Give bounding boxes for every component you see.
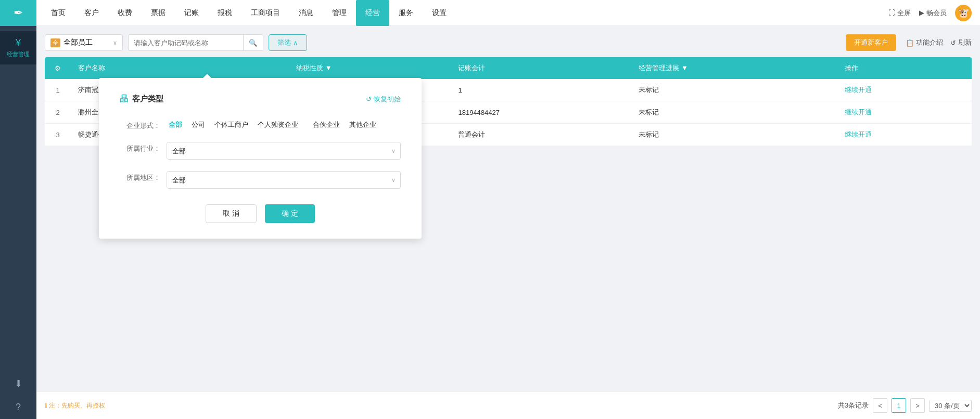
dropdown-arrow-icon: ∨ xyxy=(113,40,117,46)
th-settings[interactable]: ⚙ xyxy=(45,57,71,79)
refresh-icon: ↺ xyxy=(950,39,956,47)
nav-right: ⛶ 全屏 ▶ 畅会员 🐮 xyxy=(888,5,972,21)
page-size-select[interactable]: 30 条/页 xyxy=(929,400,972,412)
filter-title-icon: 品 xyxy=(120,94,128,104)
filter-panel-title: 品 客户类型 xyxy=(120,94,163,104)
option-sole-proprietorship[interactable]: 个人独资企业 xyxy=(256,119,300,130)
table-footer: ℹ 注：先购买、再授权 共3条记录 < 1 > 30 条/页 xyxy=(36,391,980,419)
reset-button[interactable]: ↺ 恢复初始 xyxy=(366,95,401,104)
toolbar: 全 全部员工 ∨ 🔍 筛选 ∧ 开通新客户 📋 功能介绍 ↺ 刷新 xyxy=(45,34,972,51)
download-icon: ⬇ xyxy=(15,378,22,389)
filter-panel-footer: 取 消 确 定 xyxy=(120,204,401,223)
industry-select-wrapper: 全部 ∨ xyxy=(167,142,401,160)
th-accountant: 记账会计 xyxy=(451,57,631,79)
note-text: 注：先购买、再授权 xyxy=(49,402,105,409)
option-company[interactable]: 公司 xyxy=(189,119,207,130)
th-action: 操作 xyxy=(837,57,972,79)
avatar[interactable]: 🐮 xyxy=(955,5,972,21)
industry-row: 所属行业： 全部 ∨ xyxy=(120,142,401,160)
option-individual-business[interactable]: 个体工商户 xyxy=(212,119,250,130)
nav-business[interactable]: 工商项目 xyxy=(241,0,289,26)
refresh-btn[interactable]: ↺ 刷新 xyxy=(950,38,972,47)
toolbar-right: 📋 功能介绍 ↺ 刷新 xyxy=(906,38,972,47)
nav-tax[interactable]: 报税 xyxy=(208,0,241,26)
footer-note: ℹ 注：先购买、再授权 xyxy=(45,401,105,410)
employee-tag: 全 xyxy=(50,38,60,47)
th-progress[interactable]: 经营管理进展 ▼ xyxy=(631,57,837,79)
next-page-button[interactable]: > xyxy=(910,398,925,413)
nav-settings[interactable]: 设置 xyxy=(423,0,456,26)
enterprise-form-options: 全部 公司 个体工商户 个人独资企业 合伙企业 其他企业 xyxy=(167,119,401,130)
nav-manage[interactable]: 管理 xyxy=(323,0,356,26)
nav-invoice[interactable]: 票据 xyxy=(142,0,175,26)
nav-items: 首页 客户 收费 票据 记账 报税 工商项目 消息 管理 经营 服务 设置 xyxy=(42,0,888,26)
filter-button[interactable]: 筛选 ∧ xyxy=(269,34,307,51)
search-box: 🔍 xyxy=(128,34,263,51)
new-customer-button[interactable]: 开通新客户 xyxy=(846,34,896,51)
vip-label: 畅会员 xyxy=(926,8,947,18)
th-tax-type[interactable]: 纳税性质 ▼ xyxy=(289,57,451,79)
nav-fee[interactable]: 收费 xyxy=(108,0,142,26)
fullscreen-icon: ⛶ xyxy=(888,9,895,17)
settings-icon: ⚙ xyxy=(55,64,61,72)
top-navigation: ✒ 首页 客户 收费 票据 记账 报税 工商项目 消息 管理 经营 服务 设置 … xyxy=(0,0,980,26)
row2-action: 继续开通 xyxy=(837,101,972,124)
current-page-button[interactable]: 1 xyxy=(892,398,906,413)
option-partnership[interactable]: 合伙企业 xyxy=(311,119,342,130)
vip-btn[interactable]: ▶ 畅会员 xyxy=(919,8,947,18)
cancel-button[interactable]: 取 消 xyxy=(206,204,257,223)
table-header-row: ⚙ 客户名称 纳税性质 ▼ 记账会计 经营管理进展 ▼ 操作 xyxy=(45,57,972,79)
sidebar: ¥ 经营管理 ⬇ ? xyxy=(0,26,36,419)
row2-accountant: 18194484427 xyxy=(451,101,631,124)
filter-arrow-icon: ∧ xyxy=(293,39,298,47)
sidebar-item-operation[interactable]: ¥ 经营管理 xyxy=(0,31,36,64)
function-intro-label: 功能介绍 xyxy=(916,38,943,47)
refresh-label: 刷新 xyxy=(958,38,972,47)
nav-service[interactable]: 服务 xyxy=(389,0,423,26)
filter-title-text: 客户类型 xyxy=(132,94,163,104)
confirm-button[interactable]: 确 定 xyxy=(265,204,315,223)
row1-index: 1 xyxy=(45,79,71,101)
sidebar-item-help[interactable]: ? xyxy=(15,396,22,419)
row2-action-link[interactable]: 继续开通 xyxy=(845,108,872,116)
region-label: 所属地区： xyxy=(120,171,167,182)
function-intro-btn[interactable]: 📋 功能介绍 xyxy=(906,38,943,47)
row1-action: 继续开通 xyxy=(837,79,972,101)
row3-action-link[interactable]: 继续开通 xyxy=(845,130,872,138)
main-content: 全 全部员工 ∨ 🔍 筛选 ∧ 开通新客户 📋 功能介绍 ↺ 刷新 xyxy=(36,26,980,419)
row1-action-link[interactable]: 继续开通 xyxy=(845,86,872,94)
reset-label: 恢复初始 xyxy=(374,95,401,104)
row1-accountant: 1 xyxy=(451,79,631,101)
row2-index: 2 xyxy=(45,101,71,124)
employee-label: 全部员工 xyxy=(63,38,93,47)
employee-select[interactable]: 全 全部员工 ∨ xyxy=(45,34,123,51)
enterprise-form-row: 企业形式： 全部 公司 个体工商户 个人独资企业 合伙企业 其他企业 xyxy=(120,119,401,130)
search-button[interactable]: 🔍 xyxy=(243,34,263,51)
industry-label: 所属行业： xyxy=(120,142,167,153)
nav-customer[interactable]: 客户 xyxy=(75,0,108,26)
th-name: 客户名称 xyxy=(71,57,289,79)
industry-select[interactable]: 全部 xyxy=(167,142,401,160)
option-other[interactable]: 其他企业 xyxy=(347,119,378,130)
filter-panel: 品 客户类型 ↺ 恢复初始 企业形式： 全部 公司 个体工商户 个人独资企业 合… xyxy=(99,78,422,239)
search-input[interactable] xyxy=(129,39,243,47)
note-icon: ℹ xyxy=(45,402,47,409)
row3-index: 3 xyxy=(45,124,71,146)
region-select[interactable]: 全部 xyxy=(167,171,401,189)
nav-operation[interactable]: 经营 xyxy=(356,0,389,26)
sidebar-item-download[interactable]: ⬇ xyxy=(15,372,22,396)
nav-message[interactable]: 消息 xyxy=(289,0,323,26)
filter-panel-header: 品 客户类型 ↺ 恢复初始 xyxy=(120,94,401,104)
region-select-wrapper: 全部 ∨ xyxy=(167,171,401,189)
sidebar-bottom: ⬇ ? xyxy=(15,372,22,419)
nav-bookkeeping[interactable]: 记账 xyxy=(175,0,208,26)
prev-page-button[interactable]: < xyxy=(873,398,887,413)
logo-icon: ✒ xyxy=(14,6,23,20)
row3-accountant: 普通会计 xyxy=(451,124,631,146)
help-icon: ? xyxy=(16,402,21,413)
row1-progress: 未标记 xyxy=(631,79,837,101)
fullscreen-btn[interactable]: ⛶ 全屏 xyxy=(888,8,911,18)
nav-home[interactable]: 首页 xyxy=(42,0,75,26)
sidebar-item-label: 经营管理 xyxy=(7,50,30,58)
option-all[interactable]: 全部 xyxy=(167,119,184,130)
